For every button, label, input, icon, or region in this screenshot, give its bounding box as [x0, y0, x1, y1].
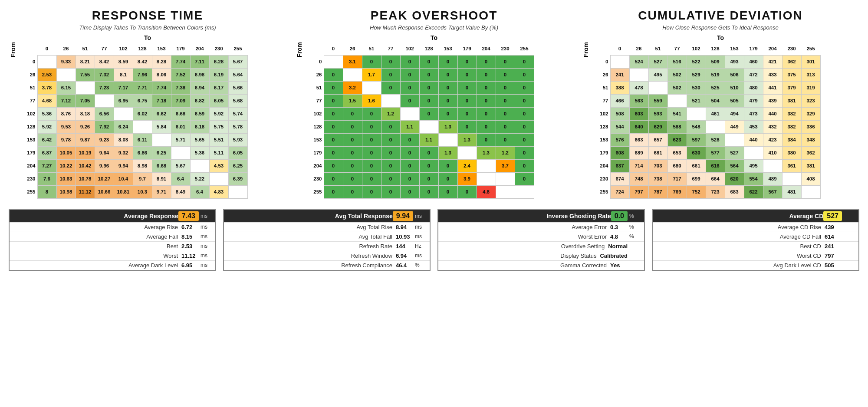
cell: 0	[400, 146, 419, 159]
cell: 0	[515, 133, 534, 146]
cell: 0	[343, 172, 362, 185]
row-label-179: 179	[305, 146, 324, 159]
cd-subtitle: How Close Response Gets To Ideal Respons…	[582, 24, 859, 31]
cell: 439	[763, 94, 782, 107]
cell: 10.19	[76, 146, 95, 159]
cell: 10.42	[76, 159, 95, 172]
cell: 769	[667, 185, 687, 198]
row-label-0: 0	[18, 55, 37, 68]
table-row: 774.687.127.056.956.757.187.096.826.055.…	[18, 94, 247, 107]
col-header-0: 0	[37, 42, 56, 55]
cell: 521	[687, 94, 706, 107]
col-header-153: 153	[152, 42, 171, 55]
cell: 7.23	[95, 81, 114, 94]
cell: 0	[438, 159, 457, 172]
cell: 323	[801, 94, 820, 107]
cell: 472	[744, 68, 763, 81]
cell: 7.71	[133, 81, 152, 94]
cell: 0	[438, 55, 457, 68]
cell: 388	[610, 81, 629, 94]
cell: 6.25	[228, 159, 247, 172]
cell: 0	[362, 159, 381, 172]
cell: 7.09	[171, 94, 190, 107]
cell	[95, 94, 114, 107]
cell: 9.23	[95, 133, 114, 146]
col-header-26: 26	[343, 42, 362, 55]
cd-to-label: To	[582, 34, 859, 41]
cell	[114, 107, 133, 120]
cd-worst-row: Worst CD 797	[653, 251, 858, 261]
response-time-subtitle: Time Display Takes To Transition Between…	[9, 24, 286, 31]
rt-avg-fall-row: Average Fall 8.15 ms	[10, 232, 215, 242]
col-header-179: 179	[457, 42, 477, 55]
cell: 1.6	[362, 94, 381, 107]
cell: 0	[362, 133, 381, 146]
cell: 683	[725, 185, 744, 198]
gamma-corrected-label: Gamma Corrected	[443, 262, 607, 269]
cell: 481	[782, 185, 801, 198]
cell: 7.05	[76, 94, 95, 107]
po-refresh-rate-value: 144	[396, 243, 413, 249]
table-row: 1020001.2000000	[305, 107, 534, 120]
rt-avg-fall-value: 8.15	[181, 233, 199, 240]
table-row: 2047.2710.2210.429.969.948.986.685.674.5…	[18, 159, 247, 172]
cell	[438, 133, 457, 146]
cell: 9.94	[114, 159, 133, 172]
stats-grid: Average Response 7.43 ms Average Rise 6.…	[9, 209, 859, 271]
col-header-26: 26	[56, 42, 76, 55]
table-row: 1285.929.539.267.926.245.846.016.185.755…	[18, 120, 247, 133]
cell: 0	[324, 146, 343, 159]
table-row: 153576663657623597528440423384348	[591, 133, 820, 146]
row-label-255: 255	[18, 185, 37, 198]
rt-from-label-container: From	[9, 42, 17, 57]
cell: 724	[610, 185, 629, 198]
table-row: 204637714703680661616564495361381	[591, 159, 820, 172]
po-avg-fall-label: Avg Total Fall	[228, 233, 392, 240]
cell: 1.3	[438, 120, 457, 133]
cell: 548	[687, 120, 706, 133]
cell: 0	[457, 120, 477, 133]
cd-from-label-container: From	[582, 42, 590, 57]
rt-avg-dark-value: 6.95	[181, 262, 199, 269]
cell: 509	[706, 55, 725, 68]
table-row: 1025.368.768.186.566.026.626.686.595.925…	[18, 107, 247, 120]
cd-best-value: 241	[825, 243, 842, 249]
cell: 0	[343, 133, 362, 146]
col-header-255: 255	[228, 42, 247, 55]
cell: 0	[400, 133, 419, 146]
po-table: 026517710212815317920423025503.100000000…	[305, 42, 534, 199]
cell: 0	[324, 68, 343, 81]
ghosting-stats-box: Inverse Ghosting Rate 0.0 % Average Erro…	[437, 209, 645, 271]
table-row: 128544640629588548449453432382336	[591, 120, 820, 133]
table-row: 12800001.11.30000	[305, 120, 534, 133]
cd-from-label: From	[582, 42, 589, 57]
worst-error-unit: %	[629, 233, 640, 240]
row-label-179: 179	[591, 146, 610, 159]
col-header-128: 128	[419, 42, 438, 55]
cell: 6.94	[190, 81, 209, 94]
cell: 241	[610, 68, 629, 81]
col-header-51: 51	[76, 42, 95, 55]
table-row: 20400000002.43.70	[305, 159, 534, 172]
rt-avg-rise-unit: ms	[201, 224, 211, 230]
cell: 8.59	[114, 55, 133, 68]
col-header-204: 204	[763, 42, 782, 55]
cell	[362, 81, 381, 94]
cell: 10.05	[56, 146, 76, 159]
cell: 0	[362, 185, 381, 198]
worst-error-label: Worst Error	[443, 233, 607, 240]
cell: 0	[381, 120, 400, 133]
cell: 502	[667, 81, 687, 94]
cd-avg-fall-row: Average CD Fall 614	[653, 232, 858, 242]
cell: 375	[782, 68, 801, 81]
cell: 313	[801, 68, 820, 81]
po-refresh-rate-label: Refresh Rate	[228, 243, 392, 249]
response-time-title: RESPONSE TIME	[9, 9, 286, 23]
col-header-77: 77	[95, 42, 114, 55]
cell: 8.28	[152, 55, 171, 68]
cell: 0	[419, 172, 438, 185]
cell: 0	[496, 94, 515, 107]
peak-overshoot-section: PEAK OVERSHOOT How Much Response Exceeds…	[295, 9, 573, 199]
po-refresh-compliance-value: 46.4	[396, 262, 413, 269]
cell: 6.87	[37, 146, 56, 159]
